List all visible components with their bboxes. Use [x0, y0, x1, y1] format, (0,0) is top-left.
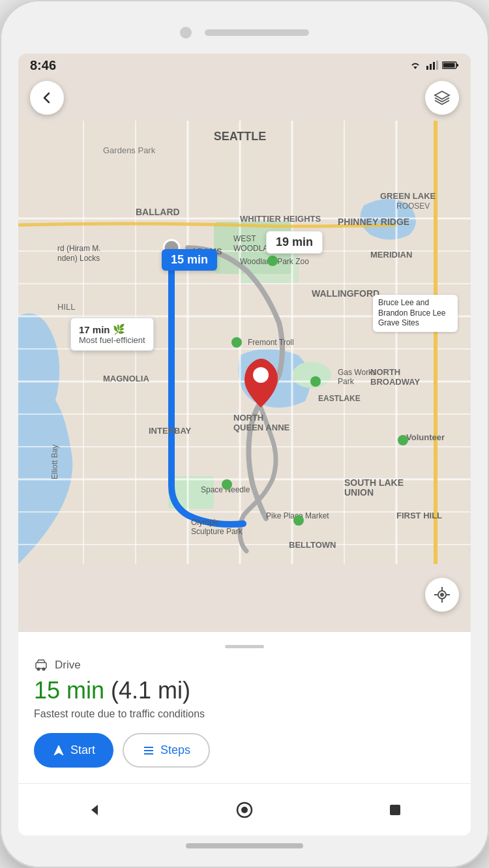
- svg-text:BROADWAY: BROADWAY: [370, 377, 420, 387]
- svg-point-80: [440, 593, 444, 597]
- route-badge-fuel: 17 min 🌿 Most fuel-efficient: [70, 318, 154, 351]
- svg-text:QUEEN ANNE: QUEEN ANNE: [233, 423, 290, 432]
- svg-text:Gardens Park: Gardens Park: [103, 145, 156, 155]
- svg-rect-4: [436, 61, 438, 70]
- svg-rect-95: [390, 805, 400, 815]
- svg-text:INTERBAY: INTERBAY: [149, 426, 192, 436]
- bottom-sheet: Drive 15 min (4.1 mi) Fastest route due …: [18, 631, 471, 783]
- route-distance: (4.1 mi): [111, 677, 190, 704]
- svg-text:nden) Locks: nden) Locks: [57, 254, 100, 263]
- svg-text:NORTH: NORTH: [233, 413, 263, 423]
- leaf-icon: 🌿: [113, 323, 125, 335]
- home-bar: [186, 843, 303, 848]
- svg-rect-2: [430, 64, 432, 70]
- svg-text:UNION: UNION: [344, 487, 374, 498]
- status-icons: [408, 60, 459, 70]
- my-location-icon: [433, 586, 451, 604]
- navigation-icon: [52, 744, 65, 757]
- nav-bar: [18, 783, 471, 835]
- action-buttons: Start Steps: [34, 733, 455, 768]
- svg-rect-7: [456, 64, 458, 67]
- nav-home-button[interactable]: [225, 790, 264, 830]
- svg-text:MERIDIAN: MERIDIAN: [370, 250, 412, 260]
- svg-text:NORTH: NORTH: [370, 367, 400, 377]
- svg-point-76: [398, 435, 408, 445]
- back-icon: [40, 91, 54, 105]
- svg-text:Park: Park: [338, 377, 355, 386]
- map-container: SEATTLE Gardens Park BALLARD HILL ADAMS …: [18, 53, 471, 631]
- phone-frame: 8:46: [0, 0, 489, 868]
- svg-marker-0: [413, 67, 417, 69]
- svg-marker-78: [435, 91, 449, 99]
- drive-label: Drive: [34, 659, 455, 672]
- svg-text:MAGNOLIA: MAGNOLIA: [103, 374, 149, 383]
- svg-rect-1: [426, 66, 428, 70]
- svg-text:SOUTH LAKE: SOUTH LAKE: [344, 477, 404, 488]
- svg-point-72: [222, 479, 232, 490]
- svg-point-70: [231, 337, 242, 348]
- phone-bottom: [18, 843, 471, 848]
- speaker-bar: [205, 29, 309, 36]
- svg-text:WHITTIER HEIGHTS: WHITTIER HEIGHTS: [240, 214, 321, 224]
- svg-point-74: [310, 376, 321, 387]
- svg-point-86: [37, 668, 40, 671]
- location-button[interactable]: [425, 578, 459, 612]
- svg-marker-92: [91, 805, 98, 815]
- svg-text:BALLARD: BALLARD: [136, 207, 180, 217]
- sheet-handle: [225, 645, 264, 648]
- svg-marker-88: [54, 745, 63, 755]
- svg-text:Olympic: Olympic: [191, 518, 219, 527]
- steps-icon: [142, 744, 155, 757]
- camera-dot: [180, 27, 192, 38]
- car-icon: [34, 659, 48, 672]
- svg-text:FIRST HILL: FIRST HILL: [396, 511, 442, 520]
- svg-text:ROOSEV: ROOSEV: [396, 202, 430, 211]
- signal-icon: [426, 61, 438, 70]
- svg-text:Volunteer: Volunteer: [406, 432, 445, 442]
- nav-back-icon: [86, 802, 102, 818]
- nav-recent-button[interactable]: [376, 790, 415, 830]
- back-button[interactable]: [30, 81, 64, 115]
- svg-text:GREEN LAKE: GREEN LAKE: [380, 191, 436, 201]
- svg-text:SEATTLE: SEATTLE: [214, 130, 267, 143]
- svg-text:WALLINGFORD: WALLINGFORD: [312, 288, 379, 299]
- phone-top: [18, 20, 471, 46]
- svg-rect-6: [443, 63, 455, 68]
- start-button[interactable]: Start: [34, 733, 113, 768]
- route-badge-blue: 15 min: [162, 249, 217, 271]
- nav-home-icon: [235, 801, 254, 819]
- svg-text:rd (Hiram M.: rd (Hiram M.: [57, 244, 101, 253]
- steps-button[interactable]: Steps: [123, 733, 210, 768]
- layers-icon: [434, 89, 451, 106]
- layers-button[interactable]: [425, 81, 459, 115]
- svg-text:Elliott Bay: Elliott Bay: [50, 445, 59, 479]
- status-time: 8:46: [30, 58, 56, 73]
- svg-rect-3: [433, 62, 435, 70]
- svg-rect-85: [36, 663, 46, 668]
- svg-point-75: [267, 256, 278, 266]
- svg-point-77: [253, 367, 269, 383]
- nav-back-button[interactable]: [74, 790, 113, 830]
- svg-point-73: [293, 515, 304, 526]
- svg-text:WEST: WEST: [233, 234, 256, 243]
- screen: 8:46: [18, 53, 471, 835]
- svg-text:PHINNEY RIDGE: PHINNEY RIDGE: [338, 217, 409, 227]
- poi-bruce-lee-label: Bruce Lee and Brandon Bruce Lee Grave Si…: [373, 295, 458, 332]
- svg-point-87: [42, 668, 46, 671]
- wifi-icon: [408, 60, 422, 70]
- svg-text:Sculpture Park: Sculpture Park: [191, 527, 243, 536]
- svg-text:HILL: HILL: [57, 302, 75, 312]
- route-time-main: 15 min (4.1 mi): [34, 677, 455, 704]
- route-badge-gray: 19 min: [266, 231, 323, 254]
- fuel-label: Most fuel-efficient: [79, 335, 145, 345]
- svg-point-94: [241, 807, 248, 813]
- svg-text:Fremont Troll: Fremont Troll: [248, 338, 294, 347]
- route-description: Fastest route due to traffic conditions: [34, 708, 455, 720]
- svg-text:BELLTOWN: BELLTOWN: [289, 540, 336, 550]
- battery-icon: [442, 61, 459, 70]
- svg-text:EASTLAKE: EASTLAKE: [318, 394, 361, 403]
- status-bar: 8:46: [18, 53, 471, 77]
- nav-recent-icon: [388, 803, 402, 817]
